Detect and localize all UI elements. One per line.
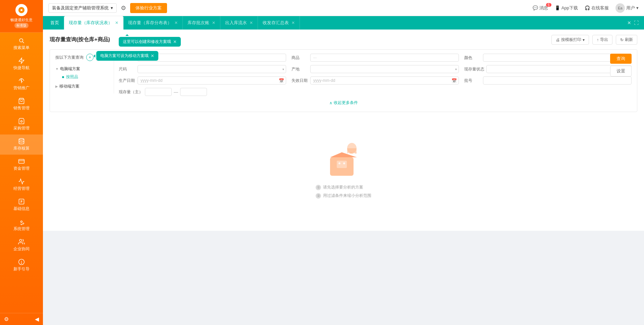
scheme-arrow-desktop: ▼ bbox=[55, 67, 59, 71]
edit-tooltip-text: 这里可以创建和修改方案哦 bbox=[123, 39, 171, 45]
batch-field: 批号 bbox=[464, 76, 632, 85]
origin-field: 产地 ▾ bbox=[291, 65, 459, 73]
svg-point-5 bbox=[21, 121, 22, 122]
product-input[interactable]: ··· bbox=[310, 54, 459, 62]
edit-tooltip: 这里可以创建和修改方案哦 ✕ bbox=[119, 37, 181, 47]
add-scheme-btn[interactable]: + bbox=[86, 54, 94, 61]
production-date-input[interactable] bbox=[138, 76, 286, 85]
system-dropdown-icon: ▾ bbox=[111, 5, 113, 10]
tab-close-stock-status[interactable]: ✕ bbox=[115, 20, 118, 25]
empty-text: ① 请先选择要分析的方案 ② 用过滤条件来缩小分析范围 bbox=[316, 184, 371, 199]
qty-max-input[interactable] bbox=[180, 88, 207, 96]
product-field: 商品 ··· bbox=[291, 54, 459, 62]
tab-close-batch[interactable]: ✕ bbox=[212, 20, 215, 25]
refresh-btn[interactable]: ↻ 刷新 bbox=[616, 35, 637, 45]
sidebar-item-management[interactable]: 经营管理 bbox=[0, 175, 43, 195]
settings-icon[interactable]: ⚙ bbox=[4, 316, 9, 322]
scheme-group-desktop-header[interactable]: ▼ 电脑端方案 bbox=[55, 65, 109, 73]
tab-close-distribution[interactable]: ✕ bbox=[174, 20, 178, 25]
notification-badge: 6 bbox=[546, 3, 551, 7]
scheme-arrow-mobile: ▶ bbox=[55, 85, 58, 88]
qty-min-input[interactable] bbox=[145, 88, 172, 96]
color-label: 颜色 bbox=[464, 55, 481, 61]
app-download-label: App下载 bbox=[561, 5, 578, 11]
sidebar-item-guide[interactable]: 新手引导 bbox=[0, 255, 43, 275]
sidebar-item-purchase[interactable]: 采购管理 bbox=[0, 114, 43, 134]
plan-button[interactable]: 体验行业方案 bbox=[130, 3, 167, 13]
print-btn[interactable]: 🖨 按模板打印 ▾ bbox=[551, 35, 589, 45]
tabbar: 首页 现存量（库存状况表） ✕ 现存量（库存分布表） ✕ 库存批次账 ✕ 出入库… bbox=[43, 16, 644, 30]
tab-close-all-btn[interactable]: ✕ bbox=[627, 20, 631, 25]
sidebar-item-enterprise[interactable]: 企业协同 bbox=[0, 235, 43, 255]
reset-btn[interactable]: 设置 bbox=[610, 66, 632, 76]
sidebar-item-inventory[interactable]: 库存核算 bbox=[0, 134, 43, 155]
app-name: 畅捷通好生意 bbox=[10, 17, 33, 22]
collapse-icon: ∧ bbox=[329, 101, 332, 105]
tab-summary[interactable]: 收发存汇总表 ✕ bbox=[258, 16, 300, 30]
tab-stock-distribution[interactable]: 现存量（库存分布表） ✕ bbox=[123, 16, 183, 30]
empty-num-2: ② bbox=[316, 193, 321, 199]
sidebar-item-basicinfo[interactable]: 基础信息 bbox=[0, 195, 43, 215]
stock-status-field: 现存量状态 ▾ bbox=[464, 65, 632, 73]
sidebar-item-system[interactable]: 系统管理 bbox=[0, 215, 43, 235]
origin-select[interactable] bbox=[310, 65, 459, 73]
svg-point-20 bbox=[343, 162, 345, 164]
topbar-left: 装备及固定资产辅助管理系统 ▾ ⚙ 体验行业方案 bbox=[48, 3, 167, 13]
settings-btn[interactable]: ⚙ bbox=[119, 3, 127, 13]
online-support-btn[interactable]: 🎧 在线客服 bbox=[585, 5, 609, 11]
scheme-group-mobile-header[interactable]: ▶ 移动端方案 bbox=[55, 83, 109, 90]
warehouse-input[interactable]: ··· bbox=[138, 54, 286, 62]
tab-close-summary[interactable]: ✕ bbox=[291, 20, 295, 25]
app-download-btn[interactable]: 📱 App下载 bbox=[555, 5, 578, 11]
search-btn[interactable]: 查询 bbox=[610, 54, 632, 64]
edit-tooltip-close[interactable]: ✕ bbox=[173, 39, 177, 44]
export-btn[interactable]: ↑ 导出 bbox=[592, 35, 612, 45]
tab-stock-status[interactable]: 现存量（库存状况表） ✕ bbox=[64, 16, 123, 30]
empty-illustration bbox=[323, 139, 364, 179]
scheme-item-byproduct[interactable]: 按照品 bbox=[55, 73, 109, 81]
empty-hint-2: ② 用过滤条件来缩小分析范围 bbox=[316, 193, 371, 199]
tab-flow[interactable]: 出入库流水 ✕ bbox=[220, 16, 258, 30]
svg-point-19 bbox=[338, 162, 340, 164]
plan-tooltip-close[interactable]: ✕ bbox=[151, 53, 154, 58]
tabbar-controls: ✕ ⛶ bbox=[625, 20, 641, 25]
color-select-wrapper: ▾ bbox=[483, 54, 632, 62]
export-icon: ↑ bbox=[597, 38, 599, 42]
app-logo-icon bbox=[15, 4, 28, 16]
empty-state: ① 请先选择要分析的方案 ② 用过滤条件来缩小分析范围 bbox=[50, 112, 637, 225]
sidebar-logo: 畅捷通好生意 标准版 bbox=[0, 0, 43, 33]
content-area: 现存量查询(按仓库+商品) 🖨 按模板打印 ▾ ↑ 导出 ↻ 刷新 bbox=[43, 30, 644, 325]
sidebar-item-marketing[interactable]: 营销推广 bbox=[0, 74, 43, 94]
user-menu[interactable]: Ea 用户 ▾ bbox=[615, 3, 639, 13]
size-select[interactable] bbox=[138, 65, 286, 73]
app-badge: 标准版 bbox=[14, 23, 29, 28]
sidebar-item-sales[interactable]: 销售管理 bbox=[0, 94, 43, 114]
svg-point-14 bbox=[19, 239, 22, 242]
collapse-btn[interactable]: ∧ 收起更多条件 bbox=[329, 100, 358, 106]
svg-rect-7 bbox=[19, 159, 24, 163]
batch-input[interactable] bbox=[483, 76, 632, 85]
sidebar-item-finance[interactable]: 资金管理 bbox=[0, 155, 43, 175]
svg-point-1 bbox=[19, 39, 23, 42]
tab-close-flow[interactable]: ✕ bbox=[250, 20, 253, 25]
print-icon: 🖨 bbox=[556, 38, 560, 42]
tab-expand-btn[interactable]: ⛶ bbox=[634, 20, 639, 25]
expiry-date-wrapper: 📅 bbox=[310, 76, 459, 85]
empty-hint-1: ① 请先选择要分析的方案 bbox=[316, 184, 371, 190]
tab-home[interactable]: 首页 bbox=[46, 16, 64, 30]
svg-rect-22 bbox=[347, 148, 357, 153]
sidebar-item-quicknav[interactable]: 快捷导航 bbox=[0, 54, 43, 74]
empty-svg bbox=[323, 139, 364, 179]
message-btn[interactable]: 💬 消息 6 bbox=[533, 5, 548, 11]
system-selector[interactable]: 装备及固定资产辅助管理系统 ▾ bbox=[48, 3, 117, 13]
tab-batch[interactable]: 库存批次账 ✕ bbox=[183, 16, 220, 30]
sidebar-bottom: ⚙ ◀ bbox=[0, 313, 43, 325]
color-select[interactable] bbox=[483, 54, 632, 62]
message-icon: 💬 bbox=[533, 5, 538, 10]
sidebar-item-search[interactable]: 搜索菜单 bbox=[0, 34, 43, 54]
collapse-icon[interactable]: ◀ bbox=[35, 316, 39, 322]
qty-field: 现存量（主） — bbox=[119, 88, 288, 96]
expiry-date-input[interactable] bbox=[310, 76, 459, 85]
svg-point-13 bbox=[21, 221, 22, 223]
origin-label: 产地 bbox=[291, 66, 308, 72]
